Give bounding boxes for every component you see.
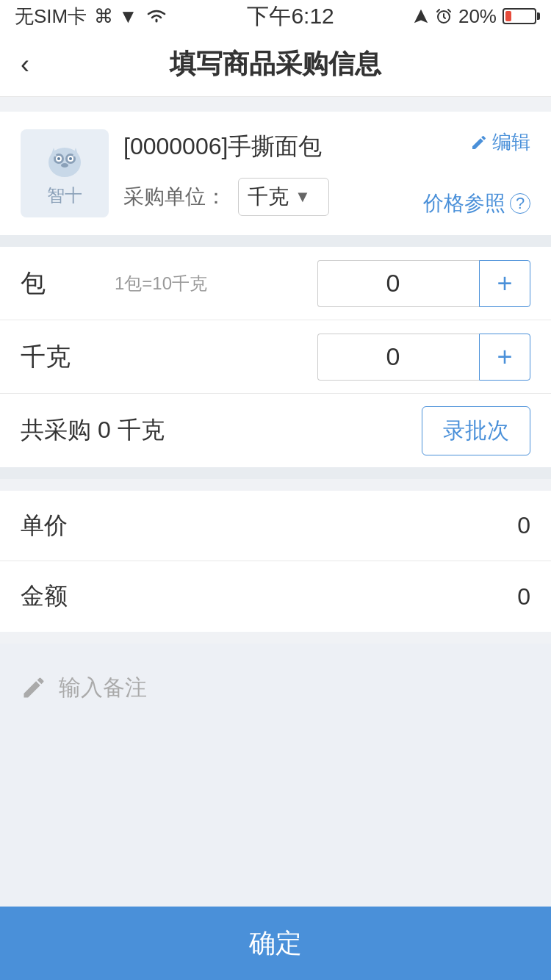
product-card: 智十 [0000006]手撕面包 采购单位： 千克 ▼ 编辑 价格参照 ? <box>0 112 551 235</box>
kg-quantity-input[interactable] <box>317 334 479 381</box>
dropdown-arrow-icon: ▼ <box>295 187 311 206</box>
unit-select[interactable]: 千克 ▼ <box>238 178 329 216</box>
product-unit-label: 采购单位： <box>123 183 226 211</box>
unit-price-value: 0 <box>517 512 530 539</box>
status-right: 20% <box>413 5 536 28</box>
input-section: 包 1包=10千克 + 千克 + <box>0 247 551 394</box>
location-icon <box>413 8 429 24</box>
edit-icon <box>470 134 488 151</box>
header: ‹ 填写商品采购信息 <box>0 32 551 97</box>
status-left: 无SIM卡 ⌘ ▼ <box>15 4 168 29</box>
remark-placeholder: 输入备注 <box>59 673 147 703</box>
price-section: 单价 0 金额 0 <box>0 491 551 632</box>
product-logo-icon <box>43 140 87 181</box>
remark-section[interactable]: 输入备注 <box>0 644 551 732</box>
pack-quantity-input[interactable] <box>317 260 479 307</box>
pack-input-right: + <box>317 260 530 307</box>
alarm-icon <box>435 7 453 25</box>
page-title: 填写商品采购信息 <box>170 46 381 82</box>
pencil-icon <box>21 674 47 701</box>
edit-label: 编辑 <box>492 129 530 155</box>
battery-icon <box>503 8 536 24</box>
pack-plus-button[interactable]: + <box>479 260 530 307</box>
price-ref-label: 价格参照 <box>423 190 505 217</box>
kg-input-row: 千克 + <box>0 320 551 394</box>
amount-label: 金额 <box>21 580 68 613</box>
confirm-button[interactable]: 确定 <box>0 907 551 980</box>
amount-value: 0 <box>517 583 530 610</box>
svg-point-8 <box>61 163 68 167</box>
pack-input-row: 包 1包=10千克 + <box>0 247 551 320</box>
product-logo-text: 智十 <box>47 184 82 207</box>
svg-point-6 <box>57 157 60 160</box>
svg-point-7 <box>69 157 72 160</box>
wifi-signal-icon <box>145 8 168 24</box>
wifi-icon: ⌘ ▼ <box>94 5 137 28</box>
price-ref-button[interactable]: 价格参照 ? <box>423 190 530 217</box>
status-bar: 无SIM卡 ⌘ ▼ 下午6:12 20% <box>0 0 551 32</box>
section-divider-1 <box>0 235 551 247</box>
carrier-text: 无SIM卡 <box>15 4 87 29</box>
kg-label: 千克 <box>21 340 109 374</box>
amount-row: 金额 0 <box>0 561 551 632</box>
unit-price-label: 单价 <box>21 510 68 542</box>
edit-button[interactable]: 编辑 <box>470 129 530 155</box>
battery-percent: 20% <box>458 5 497 28</box>
kg-input-right: + <box>317 334 530 381</box>
help-icon: ? <box>510 193 530 214</box>
unit-price-row: 单价 0 <box>0 491 551 561</box>
section-divider-2 <box>0 467 551 479</box>
summary-row: 共采购 0 千克 录批次 <box>0 394 551 467</box>
product-logo: 智十 <box>21 129 109 217</box>
back-button[interactable]: ‹ <box>21 49 29 80</box>
total-purchase-text: 共采购 0 千克 <box>21 414 165 447</box>
pack-label: 包 <box>21 267 109 300</box>
pack-sub-label: 1包=10千克 <box>115 272 207 295</box>
kg-plus-button[interactable]: + <box>479 334 530 381</box>
battery-fill <box>505 11 511 21</box>
status-time: 下午6:12 <box>247 1 334 32</box>
product-name: [0000006]手撕面包 <box>123 131 530 163</box>
unit-value: 千克 <box>248 183 289 211</box>
batch-button[interactable]: 录批次 <box>422 406 530 455</box>
